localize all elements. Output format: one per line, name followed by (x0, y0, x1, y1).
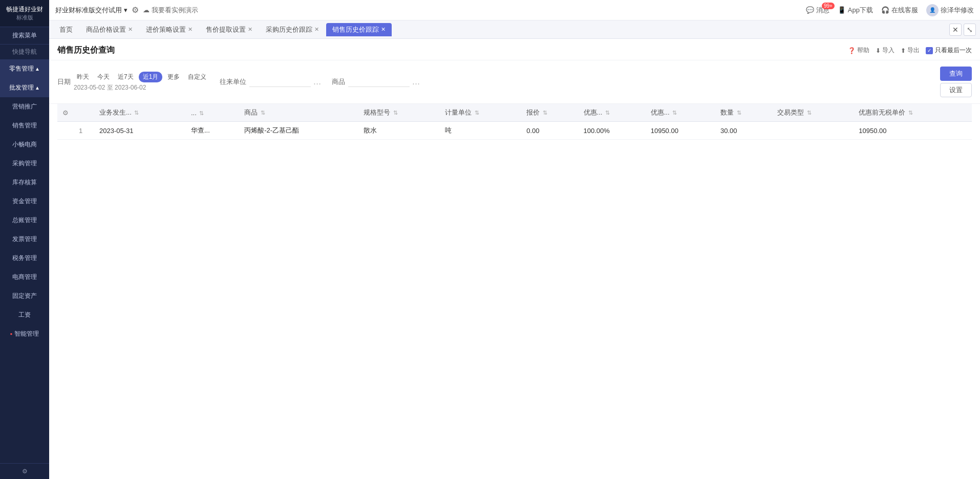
page-content: 销售历史价查询 ❓ 帮助 ⬇ 导入 ⬆ 导出 ✓ 只 (49, 39, 980, 479)
col-qty-header[interactable]: 数量 ⇅ (715, 104, 772, 122)
date-btn-more[interactable]: 更多 (164, 72, 183, 82)
col-product-header[interactable]: 商品 ⇅ (239, 104, 358, 122)
date-btn-today[interactable]: 今天 (94, 72, 113, 82)
tab-label: 采购历史价跟踪 (266, 25, 312, 34)
table-header-row: ⚙ 业务发生... ⇅ ... ⇅ 商品 ⇅ (57, 104, 972, 122)
row-spec-cell: 散水 (358, 122, 440, 140)
topbar-settings-icon[interactable]: ⚙ (132, 5, 139, 15)
close-icon[interactable]: ✕ (248, 26, 252, 33)
tab-sales-history[interactable]: 销售历史价跟踪 ✕ (326, 23, 392, 36)
tab-actions: ✕ ⤡ (949, 24, 976, 36)
filter-area: 日期 昨天 今天 近7天 近1月 更多 自定义 2023-05-02 至 202… (49, 60, 980, 104)
row-settings-cell (57, 122, 74, 140)
checkmark-icon: ✓ (927, 48, 931, 53)
col-unit-header[interactable]: 计量单位 ⇅ (440, 104, 521, 122)
sidebar-item-label: 资金管理 (12, 197, 37, 206)
col-discount1-header[interactable]: 优惠... ⇅ (579, 104, 646, 122)
user-profile-button[interactable]: 👤 徐泽华修改 (926, 4, 974, 16)
sidebar-item-retail[interactable]: 零售管理 ▲ (0, 59, 49, 78)
sidebar-quick-nav[interactable]: 快捷导航 (0, 45, 49, 59)
sidebar-item-label: 电商管理 (12, 273, 37, 281)
sidebar-item-label: 税务管理 (12, 254, 37, 263)
sidebar-item-ai[interactable]: 智能管理 (0, 324, 49, 343)
source-picker-icon[interactable]: … (313, 77, 322, 86)
col-spec-header[interactable]: 规格型号 ⇅ (358, 104, 440, 122)
date-btn-1month[interactable]: 近1月 (139, 72, 163, 82)
close-icon[interactable]: ✕ (128, 26, 133, 33)
sidebar-search[interactable]: 搜索菜单 (0, 27, 49, 45)
date-btn-7days[interactable]: 近7天 (115, 72, 137, 82)
table-row: 1 2023-05-31 华查... 丙烯酸-2-乙基己酯 散水 吨 0.00 … (57, 122, 972, 140)
maximize-button[interactable]: ⤡ (964, 24, 976, 36)
sidebar-item-invoice[interactable]: 发票管理 (0, 230, 49, 249)
sort-icon: ⇅ (605, 110, 610, 116)
sidebar-item-inventory[interactable]: 库存核算 (0, 173, 49, 192)
help-label: 帮助 (857, 46, 869, 55)
sidebar-item-fixed-assets[interactable]: 固定资产 (0, 287, 49, 306)
sidebar-item-label: 采购管理 (12, 159, 37, 168)
col-extra-header[interactable]: ... ⇅ (186, 104, 239, 122)
only-last-checkbox[interactable]: ✓ 只看最后一次 (926, 46, 972, 55)
row-trade-type-cell (772, 122, 854, 140)
export-link[interactable]: ⬆ 导出 (901, 46, 920, 55)
product-picker-icon[interactable]: … (412, 77, 420, 86)
sidebar-item-label: 总账管理 (12, 216, 37, 225)
sort-icon: ⇅ (737, 110, 741, 116)
close-icon[interactable]: ✕ (314, 26, 319, 33)
col-settings-gear-icon[interactable]: ⚙ (62, 109, 69, 117)
product-input[interactable] (348, 77, 410, 87)
row-pretax-price-cell: 10950.00 (854, 122, 972, 140)
close-tab-button[interactable]: ✕ (949, 24, 962, 36)
sidebar-item-ecommerce[interactable]: 电商管理 (0, 268, 49, 287)
tab-product-price[interactable]: 商品价格设置 ✕ (80, 23, 139, 36)
messages-button[interactable]: 💬 消息 99+ (806, 6, 829, 15)
version-selector[interactable]: 好业财标准版交付试用 ▾ (55, 6, 127, 15)
date-btn-yesterday[interactable]: 昨天 (74, 72, 92, 82)
sidebar-item-finance[interactable]: 资金管理 (0, 192, 49, 211)
sidebar-item-ecommerce-small[interactable]: 小畅电商 (0, 135, 49, 154)
help-link[interactable]: ❓ 帮助 (848, 46, 869, 55)
filter-btn-group: 查询 设置 (940, 67, 972, 97)
tab-purchase-history[interactable]: 采购历史价跟踪 ✕ (260, 23, 325, 36)
date-btn-custom[interactable]: 自定义 (185, 72, 209, 82)
sort-icon: ⇅ (543, 110, 547, 116)
topbar: 好业财标准版交付试用 ▾ ⚙ ☁ 我要看实例演示 💬 消息 99+ 📱 App下… (49, 0, 980, 20)
col-price-header[interactable]: 报价 ⇅ (521, 104, 578, 122)
sidebar-item-purchase[interactable]: 采购管理 (0, 154, 49, 173)
col-date-header[interactable]: 业务发生... ⇅ (94, 104, 186, 122)
tab-home[interactable]: 首页 (53, 23, 79, 36)
sidebar-item-label: 工资 (18, 311, 31, 319)
import-label: 导入 (882, 46, 894, 55)
import-icon: ⬇ (876, 47, 881, 54)
source-input[interactable] (249, 77, 311, 87)
sidebar-bottom-settings[interactable]: ⚙ (0, 463, 49, 479)
sidebar-item-wholesale[interactable]: 批发管理 ▲ (0, 78, 49, 97)
sidebar-item-label: 批发管理 (9, 83, 34, 92)
row-discount2-cell: 10950.00 (646, 122, 715, 140)
close-icon[interactable]: ✕ (381, 26, 386, 33)
sidebar-item-marketing[interactable]: 营销推广 (0, 97, 49, 116)
tab-price-extract[interactable]: 售价提取设置 ✕ (200, 23, 259, 36)
demo-link[interactable]: ☁ 我要看实例演示 (143, 6, 198, 15)
app-name-line1: 畅捷通好业财 (4, 5, 45, 14)
version-label: 好业财标准版交付试用 (55, 6, 122, 15)
sidebar-item-salary[interactable]: 工资 (0, 306, 49, 324)
sidebar-item-tax[interactable]: 税务管理 (0, 249, 49, 268)
topbar-right: 💬 消息 99+ 📱 App下载 🎧 在线客服 👤 徐泽华修改 (806, 4, 974, 16)
settings-button[interactable]: 设置 (940, 83, 972, 97)
online-service-button[interactable]: 🎧 在线客服 (881, 6, 918, 15)
app-download-button[interactable]: 📱 App下载 (838, 6, 873, 15)
close-icon[interactable]: ✕ (188, 26, 193, 33)
tab-label: 商品价格设置 (86, 25, 126, 34)
col-pretax-price-header[interactable]: 优惠前无税单价 ⇅ (854, 104, 972, 122)
sidebar-item-ledger[interactable]: 总账管理 (0, 211, 49, 230)
date-range-display: 2023-05-02 至 2023-06-02 (74, 83, 209, 92)
data-table-wrap: ⚙ 业务发生... ⇅ ... ⇅ 商品 ⇅ (49, 104, 980, 479)
query-button[interactable]: 查询 (940, 67, 972, 81)
import-link[interactable]: ⬇ 导入 (876, 46, 894, 55)
tab-purchase-strategy[interactable]: 进价策略设置 ✕ (140, 23, 199, 36)
col-trade-type-header[interactable]: 交易类型 ⇅ (772, 104, 854, 122)
col-discount2-header[interactable]: 优惠... ⇅ (646, 104, 715, 122)
row-qty-cell: 30.00 (715, 122, 772, 140)
sidebar-item-sales[interactable]: 销售管理 (0, 116, 49, 135)
